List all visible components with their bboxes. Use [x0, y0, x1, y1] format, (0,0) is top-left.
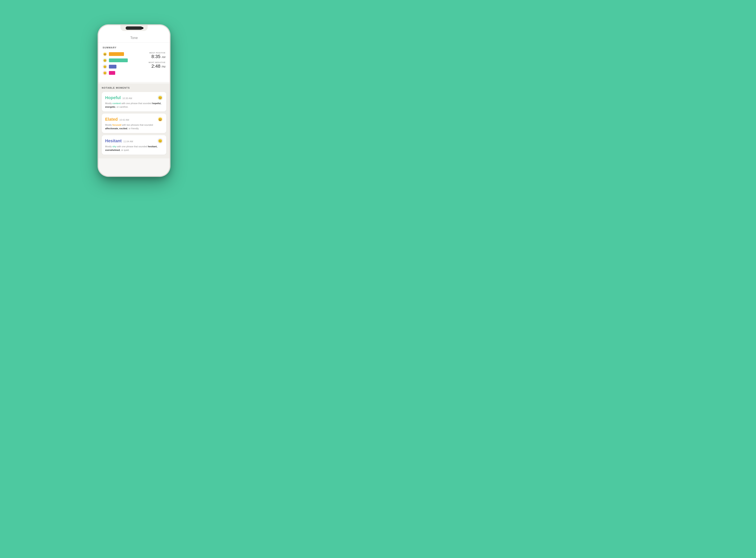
- app-header: Tone: [99, 34, 170, 43]
- page-title: Tone: [130, 36, 138, 40]
- most-negative-label: MOST NEGATIVE: [144, 61, 165, 64]
- summary-section: SUMMARY 😄 😊: [99, 43, 170, 82]
- phone-mockup: Tone SUMMARY 😄: [99, 25, 170, 176]
- most-negative-time: 2:48 PM: [144, 64, 165, 69]
- chart-row-elated: 😄: [103, 52, 141, 56]
- bar-elated: [109, 52, 124, 56]
- summary-stats: MOST POSITIVE 8:35 AM MOST NEGATIVE 2:48…: [144, 52, 165, 77]
- moment-desc-hesitant: Mostly shy with one phrase that sounded …: [105, 145, 163, 152]
- emoji-hopeful: 😊: [103, 58, 107, 62]
- chart-row-hopeful: 😊: [103, 58, 141, 62]
- screen: Tone SUMMARY 😄: [99, 25, 170, 176]
- moment-header-hopeful: Hopeful 10:30 AM 😊: [105, 95, 163, 100]
- moment-title-row-elated: Elated 10:42 AM: [105, 117, 129, 122]
- scroll-content[interactable]: SUMMARY 😄 😊: [99, 43, 170, 176]
- moment-desc-elated: Mostly focused with two phrases that sou…: [105, 123, 163, 130]
- bar-hopeful: [109, 58, 128, 62]
- moment-emoji-hesitant: 😐: [158, 138, 163, 144]
- chart-row-negative: 😟: [103, 71, 141, 75]
- chart-row-neutral: 😐: [103, 64, 141, 69]
- moment-card-elated[interactable]: Elated 10:42 AM 😄 Mostly focused with tw…: [102, 113, 166, 133]
- moment-title-hopeful: Hopeful: [105, 95, 120, 100]
- summary-label: SUMMARY: [103, 46, 165, 49]
- emoji-negative: 😟: [103, 71, 107, 75]
- notable-moments-label: NOTABLE MOMENTS: [102, 86, 166, 89]
- moment-title-row-hesitant: Hesitant 11:04 AM: [105, 138, 133, 143]
- moment-time-hopeful: 10:30 AM: [122, 97, 132, 100]
- most-positive-time: 8:35 AM: [144, 54, 165, 59]
- moment-card-hesitant[interactable]: Hesitant 11:04 AM 😐 Mostly shy with one …: [102, 135, 166, 155]
- moment-time-hesitant: 11:04 AM: [123, 140, 133, 143]
- phone-frame: Tone SUMMARY 😄: [99, 25, 170, 176]
- moment-emoji-hopeful: 😊: [158, 95, 163, 100]
- moment-time-elated: 10:42 AM: [119, 119, 129, 121]
- moment-desc-hopeful: Mostly content with one phrase that soun…: [105, 102, 163, 108]
- moment-title-hesitant: Hesitant: [105, 138, 122, 143]
- bar-neutral: [109, 65, 116, 69]
- moment-emoji-elated: 😄: [158, 117, 163, 122]
- moment-header-hesitant: Hesitant 11:04 AM 😐: [105, 138, 163, 144]
- notable-moments-section: NOTABLE MOMENTS Hopeful 10:30 AM 😊 Mostl…: [99, 84, 170, 158]
- notch-speaker: [126, 26, 142, 30]
- most-positive-label: MOST POSITIVE: [144, 52, 165, 54]
- emoji-elated: 😄: [103, 52, 107, 56]
- notch: [120, 25, 147, 31]
- emoji-neutral: 😐: [103, 64, 107, 69]
- moment-card-hopeful[interactable]: Hopeful 10:30 AM 😊 Mostly content with o…: [102, 92, 166, 111]
- moment-title-elated: Elated: [105, 117, 118, 122]
- tone-chart: 😄 😊 😐: [103, 52, 141, 77]
- bar-negative: [109, 71, 115, 75]
- notch-camera: [141, 27, 143, 29]
- moment-header-elated: Elated 10:42 AM 😄: [105, 117, 163, 122]
- summary-content: 😄 😊 😐: [103, 52, 165, 77]
- moment-title-row-hopeful: Hopeful 10:30 AM: [105, 95, 132, 100]
